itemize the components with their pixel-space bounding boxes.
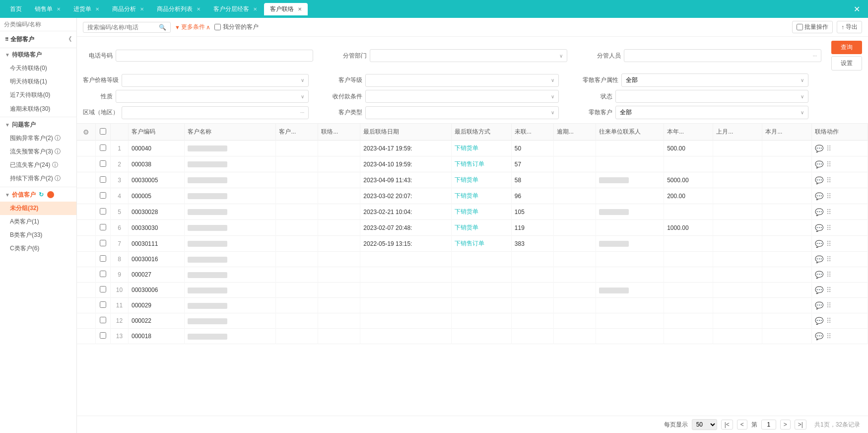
close-customer-contact-icon[interactable]: ✕ [298, 6, 302, 12]
col-checkbox[interactable] [96, 124, 111, 141]
sidebar-item-classC[interactable]: C类客户(6) [0, 242, 76, 255]
sidebar-item-churned[interactable]: 已流失客户(24) ⓘ [0, 158, 76, 172]
search-input[interactable] [87, 24, 157, 31]
tab-home[interactable]: 首页 [4, 3, 28, 15]
next-page-btn[interactable]: > [780, 420, 791, 430]
col-overdue-header[interactable]: 逾期... [553, 124, 596, 141]
sidebar-item-tomorrow[interactable]: 明天待联络(1) [0, 75, 76, 88]
status-select[interactable]: ∨ [615, 90, 808, 103]
more-icon[interactable]: ⠿ [826, 160, 831, 168]
last-way-link[interactable]: 下销货单 [455, 176, 478, 183]
row-checkbox[interactable] [100, 255, 106, 262]
more-icon[interactable]: ⠿ [826, 224, 831, 232]
per-page-select[interactable]: 50 100 200 [692, 419, 717, 430]
more-icon[interactable]: ⠿ [826, 301, 831, 309]
row-checkbox[interactable] [100, 224, 106, 230]
col-lastdate-header[interactable]: 最后联络日期 [360, 124, 452, 141]
person-select[interactable]: ··· [624, 49, 821, 62]
row-checkbox[interactable] [100, 317, 106, 323]
contact-icon[interactable]: 💬 [815, 192, 823, 200]
more-icon[interactable]: ⠿ [826, 192, 831, 200]
page-number-input[interactable] [761, 420, 776, 430]
sidebar-item-classB[interactable]: B类客户(33) [0, 228, 76, 242]
last-way-link[interactable]: 下销货单 [455, 224, 478, 231]
last-page-btn[interactable]: >| [795, 420, 806, 430]
row-checkbox[interactable] [100, 332, 106, 339]
more-icon[interactable]: ⠿ [826, 332, 831, 340]
contact-icon[interactable]: 💬 [815, 255, 823, 263]
batch-op-button[interactable]: 批量操作 [792, 21, 833, 33]
section-problem-customers[interactable]: ▼ 问题客户 [0, 118, 76, 132]
contact-icon[interactable]: 💬 [815, 301, 823, 309]
zero-scatter-select[interactable]: 全部 ∨ [615, 106, 808, 119]
more-icon[interactable]: ⠿ [826, 240, 831, 248]
first-page-btn[interactable]: |< [721, 420, 733, 430]
contact-icon[interactable]: 💬 [815, 160, 823, 168]
reset-button[interactable]: 设置 [831, 56, 862, 71]
window-close-button[interactable]: ✕ [850, 2, 864, 16]
contact-icon[interactable]: 💬 [815, 224, 823, 232]
last-way-link[interactable]: 下销货单 [455, 208, 478, 215]
row-checkbox[interactable] [100, 240, 106, 246]
col-uncontact-header[interactable]: 未联... [511, 124, 553, 141]
section-value-customers[interactable]: ▼ 价值客户 ↻ [0, 188, 76, 202]
sidebar-item-declining[interactable]: 持续下滑客户(2) ⓘ [0, 172, 76, 185]
close-analysis-list-icon[interactable]: ✕ [197, 6, 200, 12]
more-icon[interactable]: ⠿ [826, 176, 831, 184]
close-analysis-icon[interactable]: ✕ [140, 6, 144, 12]
row-checkbox[interactable] [100, 301, 106, 308]
sidebar-item-overdue[interactable]: 逾期未联络(30) [0, 102, 76, 116]
col-thismonth-header[interactable]: 本月... [762, 124, 811, 141]
more-conditions-btn[interactable]: ▼ 更多条件 ∧ [175, 23, 210, 31]
price-level-select[interactable]: ∨ [122, 74, 309, 87]
sidebar-search-input[interactable] [4, 21, 77, 28]
col-contact-header[interactable]: 联络... [318, 124, 360, 141]
contact-icon[interactable]: 💬 [815, 144, 823, 152]
tab-analysis-list[interactable]: 商品分析列表 ✕ [151, 3, 206, 15]
col-thisyear-header[interactable]: 本年... [664, 124, 713, 141]
last-way-link[interactable]: 下销售订单 [455, 240, 484, 247]
col-name-header[interactable]: 客户名称 [185, 124, 276, 141]
more-icon[interactable]: ⠿ [826, 208, 831, 216]
my-customers-check[interactable]: 我分管的客户 [214, 23, 259, 31]
tab-purchase[interactable]: 进货单 ✕ [67, 3, 105, 15]
col-lastmonth-header[interactable]: 上月... [713, 124, 762, 141]
last-way-link[interactable]: 下销货单 [455, 192, 478, 199]
sidebar-item-abnormal[interactable]: 囤购异常客户(2) ⓘ [0, 132, 76, 145]
col-gear[interactable]: ⚙ [77, 124, 96, 141]
sidebar-item-churn-warning[interactable]: 流失预警客户(3) ⓘ [0, 145, 76, 158]
close-purchase-icon[interactable]: ✕ [95, 6, 99, 12]
contact-icon[interactable]: 💬 [815, 208, 823, 216]
row-checkbox[interactable] [100, 144, 106, 151]
last-way-link[interactable]: 下销售订单 [455, 160, 484, 167]
tab-analysis[interactable]: 商品分析 ✕ [106, 3, 150, 15]
tab-customer-contact[interactable]: 客户联络 ✕ [264, 3, 308, 15]
batch-checkbox[interactable] [797, 24, 803, 30]
select-all-checkbox[interactable] [100, 128, 106, 135]
more-icon[interactable]: ⠿ [826, 317, 831, 325]
sidebar-item-today[interactable]: 今天待联络(0) [0, 62, 76, 75]
contact-icon[interactable]: 💬 [815, 271, 823, 279]
contact-icon[interactable]: 💬 [815, 240, 823, 248]
contact-icon[interactable]: 💬 [815, 317, 823, 325]
row-checkbox[interactable] [100, 286, 106, 292]
export-button[interactable]: ↑ 导出 [837, 21, 862, 33]
customer-type-select[interactable]: ∨ [365, 106, 558, 119]
payment-select[interactable]: ∨ [365, 90, 558, 103]
row-checkbox[interactable] [100, 208, 106, 215]
sidebar-collapse-icon[interactable]: 《 [66, 35, 71, 44]
sidebar-item-7days[interactable]: 近7天待联络(0) [0, 88, 76, 102]
phone-input[interactable] [116, 50, 313, 62]
row-checkbox[interactable] [100, 160, 106, 167]
row-checkbox[interactable] [100, 271, 106, 277]
region-select[interactable]: ··· [122, 106, 309, 119]
contact-icon[interactable]: 💬 [815, 286, 823, 294]
gear-icon[interactable]: ⚙ [80, 127, 92, 137]
section-pending-contact[interactable]: ▼ 待联络客户 [0, 48, 76, 62]
customer-level-select[interactable]: ∨ [365, 74, 558, 87]
col-type-header[interactable]: 客户... [276, 124, 318, 141]
dept-select[interactable]: ∨ [370, 49, 567, 62]
more-icon[interactable]: ⠿ [826, 271, 831, 279]
col-code-header[interactable]: 客户编码 [129, 124, 185, 141]
row-checkbox[interactable] [100, 176, 106, 183]
